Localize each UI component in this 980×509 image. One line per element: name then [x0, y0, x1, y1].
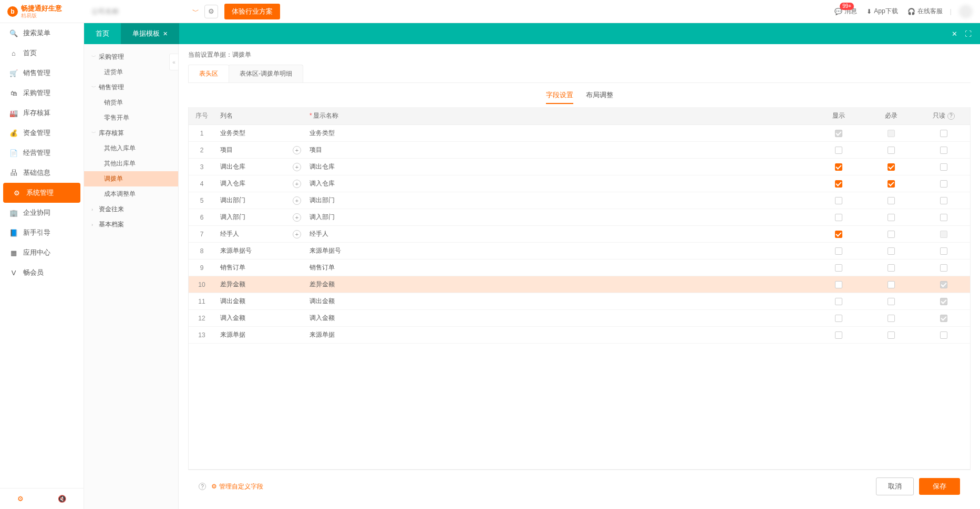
cell-display[interactable]: 业务类型	[304, 125, 812, 142]
cell-display[interactable]: 调入金额	[304, 310, 812, 327]
checkbox-required[interactable]	[888, 231, 895, 238]
checkbox-required[interactable]	[888, 147, 895, 154]
nav-item-funds[interactable]: 💰资金管理	[0, 123, 84, 143]
checkbox-show[interactable]	[835, 163, 842, 171]
help-icon[interactable]: ?	[199, 483, 206, 490]
app-download-button[interactable]: ⬇ App下载	[866, 7, 898, 16]
tree-collapse-icon[interactable]: «	[169, 54, 179, 70]
checkbox-readonly[interactable]	[940, 214, 947, 221]
nav-item-guide[interactable]: 📘新手引导	[0, 223, 84, 243]
settings-button[interactable]: ⚙	[204, 5, 218, 18]
tree-group[interactable]: ﹀库存核算	[84, 126, 178, 141]
checkbox-required[interactable]	[888, 163, 895, 171]
checkbox-show[interactable]	[835, 214, 842, 221]
add-icon[interactable]: +	[293, 146, 301, 154]
tree-leaf[interactable]: 成本调整单	[84, 186, 178, 202]
checkbox-required[interactable]	[888, 214, 895, 221]
tree-leaf[interactable]: 其他入库单	[84, 141, 178, 156]
tree-group[interactable]: ›资金往来	[84, 202, 178, 217]
area-tab[interactable]: 表头区	[188, 65, 229, 82]
help-icon[interactable]: ?	[947, 112, 955, 120]
checkbox-readonly[interactable]	[940, 180, 947, 188]
chevron-down-icon[interactable]: ﹀	[192, 7, 199, 16]
checkbox-show[interactable]	[835, 231, 842, 238]
checkbox-readonly[interactable]	[940, 147, 947, 154]
tree-group[interactable]: ›基本档案	[84, 217, 178, 232]
add-icon[interactable]: +	[293, 180, 301, 188]
cell-display[interactable]: 调入部门	[304, 209, 812, 226]
checkbox-show[interactable]	[835, 247, 842, 255]
nav-item-vip[interactable]: V畅会员	[0, 263, 84, 283]
tree-leaf[interactable]: 调拨单	[84, 171, 178, 186]
online-service-button[interactable]: 🎧 在线客服	[907, 7, 943, 16]
cell-display[interactable]: 销售订单	[304, 259, 812, 276]
cell-display[interactable]: 调出仓库	[304, 159, 812, 175]
cell-display[interactable]: 调出金额	[304, 293, 812, 310]
tree-leaf[interactable]: 销货单	[84, 95, 178, 110]
tree-group[interactable]: ﹀销售管理	[84, 80, 178, 95]
cell-display[interactable]: 来源单据号	[304, 243, 812, 259]
checkbox-show[interactable]	[835, 264, 842, 272]
try-industry-button[interactable]: 体验行业方案	[224, 4, 280, 19]
tab-close-all-icon[interactable]: ✕	[952, 30, 957, 38]
company-select[interactable]: 公司名称	[91, 7, 119, 16]
cell-display[interactable]: 差异金额	[304, 276, 812, 293]
nav-item-sys[interactable]: ⚙系统管理	[3, 183, 80, 203]
nav-item-sales[interactable]: 🛒销售管理	[0, 63, 84, 83]
nav-item-stock[interactable]: 🏭库存核算	[0, 103, 84, 123]
tree-leaf[interactable]: 进货单	[84, 65, 178, 80]
checkbox-readonly[interactable]	[940, 197, 947, 204]
cell-display[interactable]: 项目	[304, 142, 812, 159]
nav-item-collab[interactable]: 🏢企业协同	[0, 203, 84, 223]
tree-leaf[interactable]: 其他出库单	[84, 156, 178, 171]
checkbox-readonly[interactable]	[940, 130, 947, 137]
cell-display[interactable]: 调出部门	[304, 192, 812, 209]
checkbox-show[interactable]	[835, 147, 842, 154]
nav-item-biz[interactable]: 📄经营管理	[0, 143, 84, 163]
nav-item-base[interactable]: 品基础信息	[0, 163, 84, 183]
checkbox-required[interactable]	[888, 331, 895, 339]
cell-display[interactable]: 经手人	[304, 226, 812, 243]
checkbox-show[interactable]	[835, 180, 842, 188]
tree-leaf[interactable]: 零售开单	[84, 110, 178, 126]
close-icon[interactable]: ✕	[163, 30, 168, 37]
settings-icon[interactable]: ⚙	[17, 495, 24, 503]
add-icon[interactable]: +	[293, 213, 301, 222]
nav-item-home[interactable]: ⌂首页	[0, 43, 84, 63]
nav-item-search[interactable]: 🔍搜索菜单	[0, 23, 84, 43]
add-icon[interactable]: +	[293, 196, 301, 205]
user-avatar[interactable]	[959, 5, 973, 18]
sub-tab[interactable]: 字段设置	[546, 90, 573, 104]
page-tab[interactable]: 单据模板✕	[121, 23, 179, 44]
nav-item-purchase[interactable]: 🛍采购管理	[0, 83, 84, 103]
checkbox-required[interactable]	[888, 315, 895, 322]
checkbox-readonly[interactable]	[940, 331, 947, 339]
checkbox-show[interactable]	[835, 197, 842, 204]
checkbox-required[interactable]	[888, 247, 895, 255]
checkbox-show[interactable]	[835, 298, 842, 305]
cancel-button[interactable]: 取消	[876, 477, 914, 495]
checkbox-required[interactable]	[888, 281, 895, 288]
fullscreen-icon[interactable]: ⛶	[965, 30, 972, 38]
add-icon[interactable]: +	[293, 230, 301, 238]
checkbox-required[interactable]	[888, 298, 895, 305]
page-tab[interactable]: 首页	[84, 23, 121, 44]
nav-item-apps[interactable]: ▦应用中心	[0, 243, 84, 263]
checkbox-required[interactable]	[888, 180, 895, 188]
cell-display[interactable]: 来源单据	[304, 327, 812, 344]
manage-custom-fields-link[interactable]: ⚙ 管理自定义字段	[211, 482, 263, 491]
checkbox-required[interactable]	[888, 197, 895, 204]
area-tab[interactable]: 表体区-调拨单明细	[229, 65, 303, 82]
checkbox-readonly[interactable]	[940, 264, 947, 272]
checkbox-show[interactable]	[835, 331, 842, 339]
sub-tab[interactable]: 布局调整	[586, 90, 613, 104]
messages-button[interactable]: 99+ 💬 消息	[834, 7, 857, 16]
tree-group[interactable]: ﹀采购管理	[84, 49, 178, 65]
checkbox-required[interactable]	[888, 264, 895, 272]
save-button[interactable]: 保存	[919, 478, 960, 495]
checkbox-readonly[interactable]	[940, 247, 947, 255]
checkbox-readonly[interactable]	[940, 163, 947, 171]
sound-icon[interactable]: 🔇	[58, 495, 66, 503]
cell-display[interactable]: 调入仓库	[304, 175, 812, 192]
checkbox-show[interactable]	[835, 281, 842, 288]
